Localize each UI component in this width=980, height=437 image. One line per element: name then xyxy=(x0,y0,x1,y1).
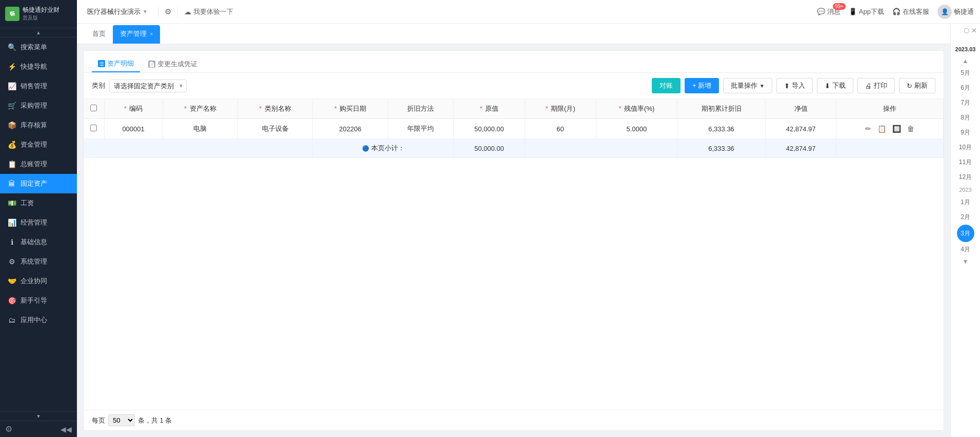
calendar-month-current[interactable]: 3月 xyxy=(957,225,974,242)
panel-expand-button[interactable]: ⬡ xyxy=(964,27,969,34)
category-select[interactable]: 请选择固定资产类别 电子设备 机械设备 运输设备 其他 xyxy=(109,80,187,92)
edit-action-button[interactable]: ✏ xyxy=(864,124,872,134)
sidebar-item-label: 总账管理 xyxy=(21,160,47,169)
reconcile-button[interactable]: 对账 xyxy=(652,78,681,93)
sidebar-item-label: 固定资产 xyxy=(21,179,47,188)
sidebar-scroll-up[interactable]: ▲ xyxy=(0,28,77,37)
row-net-value: 42,874.97 xyxy=(786,125,816,133)
calendar-month-dec[interactable]: 12月 xyxy=(951,170,980,185)
gear-settings-icon[interactable]: ⚙ xyxy=(165,7,171,16)
sidebar-item-fund[interactable]: 💰 资金管理 xyxy=(0,135,77,154)
calendar-month-feb[interactable]: 2月 xyxy=(951,210,980,225)
pagination: 每页 50 10 20 100 条，共 1 条 xyxy=(84,410,944,430)
sidebar-item-app-center[interactable]: 🗂 应用中心 xyxy=(0,310,77,330)
calendar-up-arrow[interactable]: ▲ xyxy=(962,56,970,66)
app-center-icon: 🗂 xyxy=(7,316,16,324)
sidebar-item-label: 工资 xyxy=(21,198,34,208)
user-menu[interactable]: 👤 畅捷通 xyxy=(937,5,974,19)
calendar-month-jan[interactable]: 1月 xyxy=(951,195,980,210)
online-service-label: 在线客服 xyxy=(903,7,929,16)
sidebar-item-basic-info[interactable]: ℹ 基础信息 xyxy=(0,232,77,252)
print-label: 打印 xyxy=(874,81,887,90)
sidebar-item-payroll[interactable]: 💵 工资 xyxy=(0,193,77,213)
calendar-month-apr[interactable]: 4月 xyxy=(951,242,980,257)
import-button[interactable]: ⬆ 导入 xyxy=(776,78,813,93)
topbar-divider2 xyxy=(177,7,178,17)
calendar-month-may[interactable]: 5月 xyxy=(951,66,980,81)
th-accumulated-depreciation-label: 期初累计折旧 xyxy=(702,105,742,112)
message-badge: 99+ xyxy=(833,3,846,10)
cloud-icon: ☁ xyxy=(184,8,191,16)
th-depreciation-method: 折旧方法 xyxy=(388,99,454,119)
sidebar-item-search[interactable]: 🔍 搜索菜单 xyxy=(0,37,77,57)
sub-tab-asset-detail[interactable]: ☰ 资产明细 xyxy=(92,56,140,72)
th-depreciation-method-label: 折旧方法 xyxy=(407,105,434,112)
refresh-button[interactable]: ↻ 刷新 xyxy=(899,78,935,93)
tab-home[interactable]: 首页 xyxy=(85,25,113,44)
sidebar-item-system[interactable]: ⚙ 系统管理 xyxy=(0,252,77,271)
current-month-label: 3月 xyxy=(961,229,970,238)
experience-button[interactable]: ☁ 我要体验一下 xyxy=(184,7,233,16)
table-wrap: * 编码 * 资产名称 * 类别名称 xyxy=(84,99,944,410)
sidebar-item-enterprise[interactable]: 🤝 企业协同 xyxy=(0,271,77,291)
select-all-checkbox[interactable] xyxy=(90,105,97,111)
td-period: 60 xyxy=(525,119,596,139)
calendar-month-nov[interactable]: 11月 xyxy=(951,155,980,170)
table-row: 000001 电脑 电子设备 202206 xyxy=(84,119,944,139)
message-button[interactable]: 💬 消息 99+ xyxy=(817,7,841,16)
th-category: * 类别名称 xyxy=(238,99,313,119)
td-actions: ✏ 📋 🔲 🗑 xyxy=(836,119,944,139)
download-button[interactable]: ⬇ 下载 xyxy=(817,78,853,93)
subtotal-empty xyxy=(84,139,313,158)
logo-text: 畅捷通好业财 xyxy=(23,6,59,14)
sidebar-item-quick-nav[interactable]: ⚡ 快捷导航 xyxy=(0,57,77,76)
import-icon: ⬆ xyxy=(784,82,790,90)
sidebar-item-inventory[interactable]: 📦 库存核算 xyxy=(0,115,77,135)
refresh-label: 刷新 xyxy=(914,81,928,90)
copy-action-button[interactable]: 📋 xyxy=(876,124,887,134)
sidebar-item-guide[interactable]: 🎯 新手引导 xyxy=(0,291,77,310)
panel-close-button[interactable]: ✕ xyxy=(971,27,977,34)
sidebar-item-label: 资金管理 xyxy=(21,140,47,149)
content-area: 首页 资产管理 × ☰ 资产明细 📄 变更生成凭证 xyxy=(77,24,980,437)
sidebar-item-fixed-assets[interactable]: 🏛 固定资产 xyxy=(0,174,77,193)
calendar-month-jun[interactable]: 6月 xyxy=(951,81,980,95)
page-size-select[interactable]: 50 10 20 100 xyxy=(108,414,135,426)
sidebar-item-ledger[interactable]: 📋 总账管理 xyxy=(0,154,77,174)
sidebar-item-business[interactable]: 📊 经营管理 xyxy=(0,213,77,232)
calendar-month-oct[interactable]: 10月 xyxy=(951,140,980,155)
batch-button[interactable]: 批量操作 ▼ xyxy=(723,78,772,93)
add-button[interactable]: + 新增 xyxy=(685,78,719,93)
filter-category-label: 类别 xyxy=(92,81,105,90)
calendar-month-jul[interactable]: 7月 xyxy=(951,95,980,110)
import-label: 导入 xyxy=(792,81,805,90)
calendar-month-sep[interactable]: 9月 xyxy=(951,125,980,140)
topbar-right: 💬 消息 99+ 📱 App下载 🎧 在线客服 👤 畅捷通 xyxy=(817,5,974,19)
version-text: 普及版 xyxy=(23,14,59,22)
print-button[interactable]: 🖨 打印 xyxy=(857,78,895,93)
sidebar-scroll-down[interactable]: ▼ xyxy=(0,411,77,421)
calendar-month-aug[interactable]: 8月 xyxy=(951,110,980,125)
detail-action-button[interactable]: 🔲 xyxy=(891,124,902,134)
calendar-year-header: 2023.03 xyxy=(952,44,979,54)
th-actions: 操作 xyxy=(836,99,944,119)
delete-action-button[interactable]: 🗑 xyxy=(906,124,915,134)
online-service-button[interactable]: 🎧 在线客服 xyxy=(892,7,929,16)
tab-close-button[interactable]: × xyxy=(150,31,153,37)
settings-button[interactable]: ⚙ xyxy=(5,424,12,434)
sidebar-item-label: 基础信息 xyxy=(21,237,47,247)
collapse-button[interactable]: ◀◀ xyxy=(61,425,72,433)
sidebar-item-label: 库存核算 xyxy=(21,121,47,130)
sub-tab-change-voucher[interactable]: 📄 变更生成凭证 xyxy=(142,56,204,72)
sub-tabs: ☰ 资产明细 📄 变更生成凭证 xyxy=(84,51,944,73)
company-name: 医疗器械行业演示 xyxy=(87,7,141,16)
app-download-button[interactable]: 📱 App下载 xyxy=(849,7,884,16)
fund-icon: 💰 xyxy=(7,141,16,149)
th-purchase-date-label: 购买日期 xyxy=(339,105,366,112)
row-checkbox[interactable] xyxy=(90,125,97,131)
tab-asset-management[interactable]: 资产管理 × xyxy=(113,25,160,44)
sidebar-item-purchase[interactable]: 🛒 采购管理 xyxy=(0,96,77,115)
calendar-down-arrow[interactable]: ▼ xyxy=(962,257,970,266)
sidebar-item-sales[interactable]: 📈 销售管理 xyxy=(0,76,77,96)
company-selector[interactable]: 医疗器械行业演示 ▼ xyxy=(83,5,152,18)
